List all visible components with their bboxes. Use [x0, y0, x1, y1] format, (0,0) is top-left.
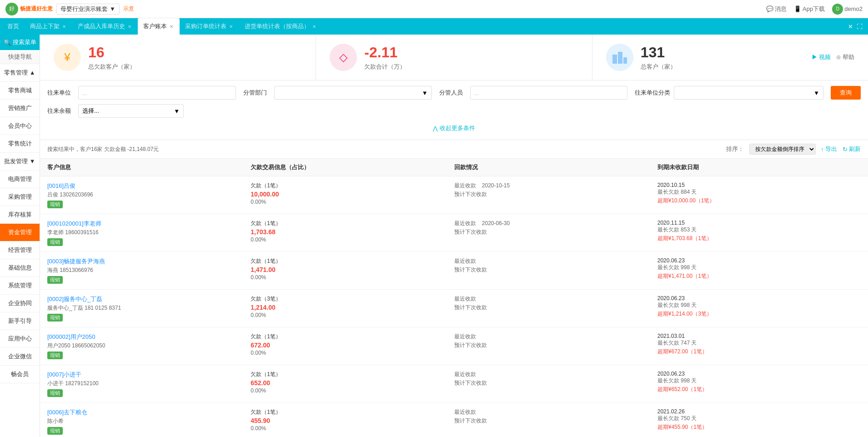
export-label: 导出 [825, 145, 837, 153]
logo-icon: 好 [5, 3, 18, 15]
help-btn[interactable]: ⊙ 帮助 [836, 53, 854, 61]
app-download-btn[interactable]: 📱 App下载 [794, 5, 825, 13]
debt-ratio: 0.00% [251, 312, 454, 318]
sidebar-item-retail-mgmt[interactable]: 零售管理 ▲ [0, 64, 40, 82]
overdue-link[interactable]: 超期¥1,471.00（1笔） [657, 272, 861, 280]
sidebar-item-label: 新手引导 [8, 317, 32, 324]
customer-tag: 现销 [47, 389, 63, 397]
overdue-link[interactable]: 超期¥1,703.68（1笔） [657, 235, 861, 242]
close-icon[interactable]: ✕ [228, 23, 234, 30]
customer-phone: 小进干 18279152100 [47, 380, 251, 387]
sidebar-item-operations[interactable]: 经营管理 [0, 241, 40, 259]
customer-info-cell: [0006]去下粮仓 陈小希 现销 [47, 408, 251, 435]
unit-category-select[interactable]: ▼ [674, 86, 823, 100]
overdue-days: 最长欠款 747 天 [657, 339, 861, 347]
video-btn[interactable]: ▶ 视频 [812, 53, 831, 61]
sidebar-item-inventory[interactable]: 库存核算 [0, 206, 40, 224]
customer-name-link[interactable]: [0006]去下粮仓 [47, 409, 87, 416]
tab-minimize-icon[interactable]: ✕ [848, 23, 853, 30]
sidebar-item-retail-stats[interactable]: 零售统计 [0, 135, 40, 153]
overdue-link[interactable]: 超期¥672.00（1笔） [657, 348, 861, 356]
content-area: ¥ 16 总欠款客户（家） ◇ -2.11 欠款合计（万） [40, 35, 868, 437]
sidebar-item-enterprise-wechat[interactable]: 企业微信 [0, 348, 40, 366]
close-icon[interactable]: ✕ [127, 23, 132, 30]
stat-card-debt-customers: ¥ 16 总欠款客户（家） [40, 35, 316, 80]
person-input[interactable]: ... [470, 86, 628, 100]
sort-select[interactable]: 按欠款金额倒序排序 [749, 144, 816, 155]
customer-info-cell: [0003]畅捷服务尹海燕 海燕 18513066976 现销 [47, 257, 251, 284]
due-date: 2020.11.15 [657, 220, 861, 226]
filter-label-person: 分管人员 [439, 89, 467, 97]
collapse-icon: ⋀ [433, 125, 438, 132]
sidebar-item-enterprise-collab[interactable]: 企业协同 [0, 295, 40, 312]
filter-balance: 往来余额 选择... ▼ [47, 104, 184, 118]
refresh-label: 刷新 [849, 145, 861, 153]
collapse-button[interactable]: ⋀ 收起更多条件 [47, 122, 861, 134]
tab-product-listing[interactable]: 商品上下架 ✕ [25, 18, 72, 35]
overdue-link[interactable]: 超期¥455.90（1笔） [657, 423, 861, 431]
stat-card-actions: ▶ 视频 ⊙ 帮助 [812, 53, 854, 61]
sidebar-item-ecommerce[interactable]: 电商管理 [0, 171, 40, 188]
sidebar-item-label: 库存核算 [8, 211, 32, 218]
sidebar-item-purchase-mgmt[interactable]: 采购管理 [0, 188, 40, 206]
customer-name-link[interactable]: [0016]吕俊 [47, 182, 75, 189]
tab-bar: 首页 商品上下架 ✕ 产成品入库单历史 ✕ 客户账本 ✕ 采购订单统计表 ✕ 进… [0, 18, 868, 35]
stat-value-debt-total: -2.11 [364, 44, 406, 61]
sidebar-item-member[interactable]: 畅会员 [0, 366, 40, 383]
brand-link[interactable]: 示意 [123, 5, 134, 13]
user-menu[interactable]: D demo2 [832, 4, 863, 15]
sidebar-item-new-guide[interactable]: 新手引导 [0, 312, 40, 330]
sidebar-item-member-center[interactable]: 会员中心 [0, 117, 40, 135]
export-button[interactable]: ↑ 导出 [821, 145, 838, 153]
tab-customer-account[interactable]: 客户账本 ✕ [138, 18, 180, 35]
customer-name-link[interactable]: [0001020001]李老师 [47, 220, 101, 227]
customer-name-link[interactable]: [0007]小进干 [47, 371, 81, 378]
sidebar-item-retail-mall[interactable]: 零售商城 [0, 82, 40, 100]
sidebar-item-marketing[interactable]: 营销推广 [0, 100, 40, 117]
due-date-cell: 2020.06.23 最长欠款 998 天 超期¥1,471.00（1笔） [657, 257, 861, 280]
customer-name-link[interactable]: [0002]服务中心_丁磊 [47, 296, 102, 302]
message-btn[interactable]: 💬 消息 [766, 5, 787, 13]
customer-name-link[interactable]: [0003]畅捷服务尹海燕 [47, 258, 105, 265]
query-button[interactable]: 查询 [831, 86, 861, 100]
sidebar-quick-nav[interactable]: 快捷导航 [0, 50, 40, 64]
dept-select[interactable]: ▼ [274, 86, 432, 100]
due-date-cell: 2020.10.15 最长欠款 884 天 超期¥10,000.00（1笔） [657, 182, 861, 205]
store-selector[interactable]: 母婴行业演示账套 ▼ [56, 4, 120, 15]
debt-amount: 1,471.00 [251, 266, 454, 273]
tab-product-history[interactable]: 产成品入库单历史 ✕ [72, 18, 138, 35]
overdue-days: 最长欠款 998 天 [657, 377, 861, 385]
due-date: 2020.06.23 [657, 371, 861, 377]
recent-payment-label: 最近收款 2020-06-30 [454, 220, 657, 227]
close-icon[interactable]: ✕ [61, 23, 67, 30]
debt-ratio: 0.00% [251, 350, 454, 356]
sidebar-item-label: 系统管理 [8, 282, 32, 289]
sidebar-search[interactable]: 🔍 搜索菜单 [0, 35, 40, 50]
sidebar-item-batch-mgmt[interactable]: 批发管理 ▼ [0, 153, 40, 171]
sidebar-item-basic-info[interactable]: 基础信息 [0, 259, 40, 277]
overdue-link[interactable]: 超期¥652.00（1笔） [657, 386, 861, 393]
overdue-link[interactable]: 超期¥1,214.00（3笔） [657, 310, 861, 318]
data-table: 客户信息 欠款交易信息（占比） 回款情况 到期未收款日期 [0016]吕俊 吕俊… [40, 159, 868, 437]
tab-purchase-stats[interactable]: 进货单统计表（按商品） ✕ [239, 18, 322, 35]
tab-maximize-icon[interactable]: ⛶ [857, 23, 863, 30]
overdue-link[interactable]: 超期¥10,000.00（1笔） [657, 197, 861, 205]
debt-info-cell: 欠款（1笔） 672.00 0.00% [251, 333, 454, 356]
tab-purchase-order[interactable]: 采购订单统计表 ✕ [180, 18, 239, 35]
refresh-button[interactable]: ↻ 刷新 [843, 145, 861, 153]
sidebar-item-system-mgmt[interactable]: 系统管理 [0, 277, 40, 295]
customer-phone: 李老师 18600391516 [47, 229, 251, 236]
filter-area: 往来单位 ... 分管部门 ▼ 分管人员 ... [40, 80, 868, 140]
table-header: 客户信息 欠款交易信息（占比） 回款情况 到期未收款日期 [40, 159, 868, 176]
debt-count: 欠款（1笔） [251, 371, 454, 378]
overdue-days: 最长欠款 884 天 [657, 188, 861, 196]
from-unit-input[interactable]: ... [78, 86, 236, 100]
message-icon: 💬 [766, 5, 773, 12]
close-icon[interactable]: ✕ [169, 23, 174, 30]
sidebar-item-finance[interactable]: 资金管理 [0, 224, 40, 241]
sidebar-item-app-center[interactable]: 应用中心 [0, 330, 40, 348]
tab-home[interactable]: 首页 [2, 18, 25, 35]
balance-select[interactable]: 选择... ▼ [78, 104, 184, 118]
customer-name-link[interactable]: [000002]用户2050 [47, 333, 95, 340]
close-icon[interactable]: ✕ [311, 23, 317, 30]
